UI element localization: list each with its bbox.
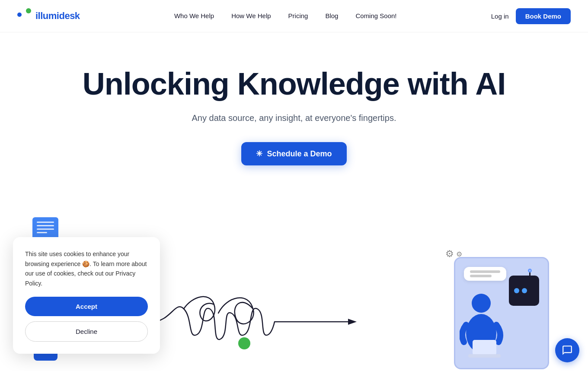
logo-dot-green	[26, 8, 31, 13]
schedule-demo-button[interactable]: ✳ Schedule a Demo	[241, 142, 346, 165]
nav-item-who-we-help[interactable]: Who We Help	[167, 12, 221, 20]
nav-item-coming-soon[interactable]: Coming Soon!	[348, 12, 403, 20]
svg-rect-17	[468, 354, 501, 358]
svg-point-13	[238, 337, 250, 349]
cookie-banner: This site uses cookies to enhance your b…	[13, 237, 160, 354]
logo-icon	[17, 8, 33, 24]
cookie-message: This site uses cookies to enhance your b…	[25, 249, 148, 288]
svg-marker-12	[348, 319, 357, 325]
logo-text-2: desk	[59, 10, 80, 21]
nav-item-pricing[interactable]: Pricing	[281, 12, 315, 20]
logo-text: illumidesk	[35, 10, 80, 22]
spark-icon: ✳	[256, 149, 262, 159]
nav-item-blog[interactable]: Blog	[318, 12, 345, 20]
tangled-arrow-illustration	[145, 274, 361, 369]
nav-link-pricing[interactable]: Pricing	[281, 9, 315, 23]
logo-dot-blue	[17, 13, 22, 17]
cookie-decline-button[interactable]: Decline	[25, 321, 148, 342]
nav-link-who-we-help[interactable]: Who We Help	[167, 9, 221, 23]
logo-text-1: illumi	[35, 10, 59, 21]
hero-subtitle: Any data source, any insight, at everyon…	[17, 113, 571, 123]
nav-actions: Log in Book Demo	[491, 8, 571, 24]
logo[interactable]: illumidesk	[17, 8, 80, 24]
ai-robot-illustration: ⚙ ⚙	[441, 257, 562, 369]
chat-button[interactable]	[555, 338, 579, 362]
cta-label: Schedule a Demo	[267, 149, 332, 159]
login-link[interactable]: Log in	[491, 13, 509, 20]
navbar: illumidesk Who We Help How We Help Prici…	[0, 0, 588, 32]
nav-link-how-we-help[interactable]: How We Help	[224, 9, 278, 23]
cookie-accept-button[interactable]: Accept	[25, 297, 148, 316]
nav-link-blog[interactable]: Blog	[318, 9, 345, 23]
svg-rect-16	[473, 340, 496, 355]
svg-point-14	[472, 294, 491, 313]
hero-section: Unlocking Knowledge with AI Any data sou…	[0, 32, 588, 191]
nav-item-how-we-help[interactable]: How We Help	[224, 12, 278, 20]
nav-link-coming-soon[interactable]: Coming Soon!	[348, 9, 403, 23]
nav-links: Who We Help How We Help Pricing Blog Com…	[167, 12, 404, 20]
book-demo-button[interactable]: Book Demo	[516, 8, 571, 24]
chat-icon	[562, 345, 573, 356]
hero-title: Unlocking Knowledge with AI	[17, 67, 571, 101]
